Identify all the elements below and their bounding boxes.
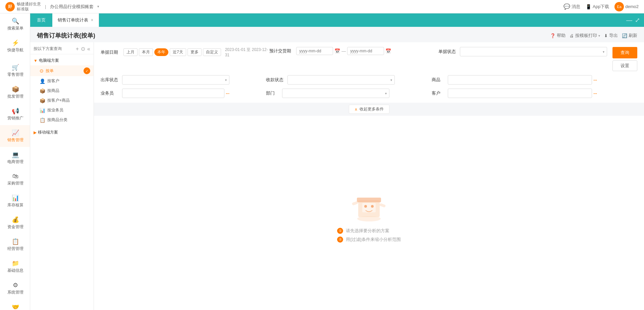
department-select[interactable] [282, 89, 389, 98]
top-title-dropdown[interactable]: ▾ [97, 4, 99, 9]
scheme-item-by-category[interactable]: 📋 按商品分类 [30, 115, 94, 125]
query-button[interactable]: 查询 [612, 47, 637, 58]
top-title: 办公用品行业模拟账套 [50, 4, 94, 10]
left-panel-header: 按以下方案查询 + ⊙ « [30, 42, 94, 54]
svg-point-5 [371, 205, 374, 208]
scheme-icon-by-product: 📦 [40, 88, 45, 94]
collection-status-label: 收款状态 [266, 77, 285, 83]
sidebar-item-finance[interactable]: 💰 资金管理 [0, 212, 30, 234]
tab-home[interactable]: 首页 [30, 13, 52, 27]
lp-settings-btn[interactable]: ⊙ [81, 46, 85, 52]
goods-input-wrap: ··· [448, 75, 597, 85]
operation-icon: 📋 [2, 238, 29, 245]
date-range-text: 2023-01-01 至 2023-12-31 [225, 47, 270, 57]
salesperson-more-btn[interactable]: ··· [226, 91, 229, 96]
wholesale-icon: 📦 [2, 86, 29, 93]
search-menu-icon: 🔍 [2, 17, 29, 25]
app-download-btn[interactable]: 📱 App下载 [586, 4, 609, 10]
calendar-icon-end[interactable]: 📅 [385, 48, 391, 54]
collapse-bar-btn[interactable]: ∧ 收起更多条件 [349, 105, 389, 114]
filter-delivery-block: 出库状态 ▾ [101, 75, 266, 85]
tab-active[interactable]: 销售订单统计表 × [52, 13, 99, 27]
scheme-group-header-mobile[interactable]: ▶ 移动端方案 [30, 127, 94, 137]
date-start-input[interactable] [296, 47, 333, 55]
customer-input[interactable] [448, 89, 592, 98]
print-icon: 🖨 [570, 33, 574, 38]
customer-input-wrap: ··· [448, 89, 597, 98]
customer-more-btn[interactable]: ··· [593, 91, 597, 96]
message-btn[interactable]: 💬 消息 [564, 3, 580, 10]
empty-num-2: ② [337, 237, 343, 243]
sidebar-item-inventory[interactable]: 📊 库存核算 [0, 190, 30, 212]
goods-more-btn[interactable]: ··· [593, 78, 597, 83]
scheme-item-by-product[interactable]: 📦 按商品 [30, 86, 94, 96]
btn-last-7-days[interactable]: 近7天 [170, 48, 186, 56]
empty-hint-2-text: 用[过滤]条件来缩小分析范围 [346, 237, 400, 243]
quick-nav-icon: ⚡ [2, 39, 29, 47]
sidebar-item-operation[interactable]: 📋 经营管理 [0, 234, 30, 256]
btn-last-month[interactable]: 上月 [123, 48, 138, 56]
tab-bar: 首页 销售订单统计表 × — ⤢ [30, 13, 644, 27]
lp-collapse-btn[interactable]: « [87, 46, 90, 52]
scheme-item-by-customer-product[interactable]: 📦 按客户+商品 [30, 96, 94, 105]
marketing-icon: 📢 [2, 107, 29, 115]
sidebar-item-ecommerce[interactable]: 💻 电商管理 [0, 147, 30, 169]
sidebar-item-system[interactable]: ⚙ 系统管理 [0, 277, 30, 299]
filter-date-block: 单据日期 上月 本月 本年 近7天 更多 自定义 [101, 47, 269, 57]
btn-more-date[interactable]: 更多 [187, 48, 202, 56]
sidebar-item-purchase[interactable]: 🛍 采购管理 [0, 169, 30, 190]
sidebar-item-basic[interactable]: 📁 基础信息 [0, 256, 30, 277]
help-btn[interactable]: ❓ 帮助 [550, 33, 566, 39]
settings-button[interactable]: 设置 [612, 60, 637, 71]
tab-maximize-btn[interactable]: ⤢ [635, 16, 640, 24]
department-label: 部门 [266, 90, 279, 96]
filter-row-3: 业务员 ··· 部门 [101, 89, 637, 98]
salesperson-input[interactable] [122, 89, 224, 98]
date-end-input[interactable] [347, 47, 384, 55]
logo-area: 好 畅捷通好生意 标准版 [5, 2, 41, 11]
btn-this-month[interactable]: 本月 [139, 48, 153, 56]
tab-close-btn[interactable]: × [91, 18, 93, 22]
left-panel: 按以下方案查询 + ⊙ « ▼ 电脑端方案 [30, 42, 94, 310]
sidebar-item-enterprise[interactable]: 🤝 企业协同 [0, 299, 30, 310]
system-icon: ⚙ [2, 281, 29, 289]
scheme-group-arrow-pc: ▼ [34, 58, 38, 63]
sidebar-item-sales[interactable]: 📈 销售管理 [0, 125, 30, 147]
print-dropdown-icon[interactable]: ▾ [598, 34, 600, 38]
department-wrap: ▾ [282, 89, 389, 98]
lp-add-btn[interactable]: + [76, 46, 79, 52]
top-bar-right: 💬 消息 📱 App下载 Ea demo2 [564, 2, 639, 11]
sidebar-item-wholesale[interactable]: 📦 批发管理 [0, 82, 30, 103]
download-icon: 📱 [586, 4, 591, 9]
sidebar-item-quick-nav[interactable]: ⚡ 快捷导航 [0, 35, 30, 57]
filter-card: 单据日期 上月 本月 本年 近7天 更多 自定义 [94, 42, 644, 103]
delivery-status-select[interactable] [122, 75, 229, 85]
scheme-item-by-salesperson[interactable]: 📊 按业务员 [30, 105, 94, 115]
scheme-item-by-order[interactable]: ⊙ 按单 ✓ [30, 65, 94, 76]
tab-minimize-btn[interactable]: — [626, 17, 632, 24]
empty-hint-2: ② 用[过滤]条件来缩小分析范围 [337, 237, 400, 243]
delivery-status-wrap: ▾ [122, 75, 229, 85]
export-btn[interactable]: ⬇ 导出 [604, 33, 618, 39]
sidebar-item-retail[interactable]: 🛒 零售管理 [0, 60, 30, 82]
scheme-icon-by-cat: 📋 [40, 117, 45, 123]
scheme-icon-by-customer: 👤 [40, 79, 45, 84]
page-title: 销售订单统计表(按单) [37, 32, 95, 40]
btn-this-year[interactable]: 本年 [154, 48, 168, 56]
sidebar-item-search-menu[interactable]: 🔍 搜索菜单 [0, 13, 30, 35]
scheme-item-by-customer[interactable]: 👤 按客户 [30, 76, 94, 86]
scheme-group-header-pc[interactable]: ▼ 电脑端方案 [30, 56, 94, 65]
bill-status-select[interactable] [460, 47, 607, 56]
btn-custom-date[interactable]: 自定义 [203, 48, 221, 56]
scheme-icon-by-cp: 📦 [40, 98, 45, 103]
collection-status-select[interactable] [287, 75, 395, 85]
filter-salesperson-block: 业务员 ··· [101, 89, 266, 98]
svg-point-4 [364, 205, 367, 208]
refresh-btn[interactable]: 🔄 刷新 [622, 33, 637, 39]
print-btn[interactable]: 🖨 按模板打印 ▾ [570, 33, 600, 39]
goods-input[interactable] [448, 75, 592, 85]
user-area[interactable]: Ea demo2 [614, 2, 639, 11]
sidebar-item-marketing[interactable]: 📢 营销推广 [0, 103, 30, 125]
calendar-icon-start[interactable]: 📅 [334, 48, 340, 54]
left-panel-title: 按以下方案查询 [34, 46, 62, 52]
